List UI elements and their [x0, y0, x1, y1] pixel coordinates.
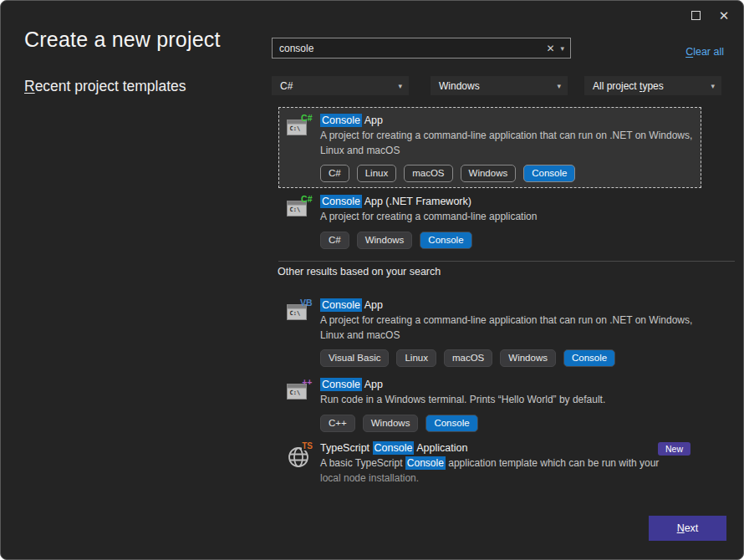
chevron-down-icon: ▾	[711, 82, 715, 90]
template-description: A project for creating a command-line ap…	[320, 313, 694, 343]
tag-row: Visual BasicLinuxmacOSWindowsConsole	[320, 349, 694, 367]
project-type-filter[interactable]: All project types▾	[584, 76, 721, 95]
tag-pill: C#	[320, 232, 349, 249]
search-term-highlight: Console	[320, 378, 362, 391]
svg-text:VB: VB	[300, 298, 313, 308]
search-term-highlight: Console	[320, 298, 362, 312]
tag-row: C++WindowsConsole	[320, 415, 694, 432]
search-history-caret-icon[interactable]: ▾	[558, 44, 570, 53]
template-title: Console App	[320, 114, 694, 127]
tag-pill: Visual Basic	[320, 349, 389, 367]
svg-text:C:\: C:\	[290, 389, 301, 396]
console-window-icon: C:\VB	[286, 298, 313, 367]
svg-text:C:\: C:\	[290, 125, 301, 132]
tag-pill: C++	[320, 415, 355, 432]
tag-pill: Windows	[500, 349, 556, 367]
new-badge: New	[658, 442, 690, 456]
template-title: Console App	[320, 378, 694, 391]
svg-text:C:\: C:\	[290, 310, 301, 317]
close-icon: ✕	[719, 9, 730, 22]
clear-all-link[interactable]: Clear all	[652, 46, 724, 58]
tag-pill: macOS	[444, 349, 492, 367]
search-input[interactable]	[273, 38, 542, 58]
search-term-highlight: Console	[320, 114, 362, 127]
tag-pill: Console	[426, 415, 477, 432]
template-console-app-vb[interactable]: C:\VBConsole AppA project for creating a…	[278, 292, 701, 373]
search-term-highlight: Console	[373, 441, 415, 455]
other-results-label: Other results based on your search	[278, 266, 441, 277]
tag-row: C#LinuxmacOSWindowsConsole	[320, 165, 694, 182]
svg-text:TS: TS	[302, 441, 313, 451]
tag-row: C#WindowsConsole	[320, 232, 694, 249]
template-description: Run code in a Windows terminal. Prints “…	[320, 393, 694, 408]
language-filter-label: C#	[280, 80, 398, 92]
template-description: A project for creating a command-line ap…	[320, 210, 694, 225]
results-separator	[278, 261, 735, 262]
tag-pill: Linux	[357, 165, 397, 182]
tag-pill: C#	[320, 165, 349, 182]
tag-pill: Windows	[461, 165, 517, 182]
create-new-project-dialog: ✕ Create a new project Recent project te…	[0, 0, 744, 560]
project-type-filter-label: All project types	[593, 80, 711, 92]
chevron-down-icon: ▾	[557, 82, 561, 90]
svg-text:C#: C#	[301, 195, 313, 204]
template-console-app-cpp[interactable]: C:\++Console AppRun code in a Windows te…	[278, 371, 701, 438]
console-window-icon: C:\C#	[286, 194, 313, 249]
tag-pill: macOS	[404, 165, 452, 182]
recent-templates-heading: Recent project templates	[24, 78, 186, 95]
template-description: A project for creating a command-line ap…	[320, 129, 694, 158]
clear-search-icon[interactable]: ✕	[542, 43, 558, 54]
language-filter[interactable]: C#▾	[272, 76, 409, 95]
svg-text:C:\: C:\	[290, 206, 301, 213]
template-title: Console App (.NET Framework)	[320, 195, 694, 208]
template-title: Console App	[320, 298, 694, 312]
search-term-highlight: Console	[320, 195, 362, 208]
maximize-button[interactable]	[681, 4, 710, 26]
platform-filter-label: Windows	[439, 80, 557, 92]
template-console-app-net-framework[interactable]: C:\C#Console App (.NET Framework)A proje…	[278, 188, 701, 255]
template-typescript-console-application[interactable]: TSTypeScript Console ApplicationA basic …	[278, 435, 701, 491]
platform-filter[interactable]: Windows▾	[431, 76, 568, 95]
close-button[interactable]: ✕	[710, 4, 738, 26]
tag-pill: Console	[563, 349, 615, 367]
template-console-app-csharp[interactable]: C:\C#Console AppA project for creating a…	[278, 107, 701, 188]
tag-pill: Windows	[363, 415, 419, 432]
tag-pill: Windows	[357, 232, 413, 249]
template-title: TypeScript Console Application	[320, 441, 694, 455]
svg-text:C#: C#	[301, 114, 313, 123]
svg-text:++: ++	[302, 378, 312, 387]
tag-pill: Console	[420, 232, 471, 249]
page-title: Create a new project	[24, 28, 221, 52]
search-box: ✕ ▾	[272, 38, 571, 59]
tag-pill: Linux	[396, 349, 436, 367]
console-window-icon: C:\C#	[286, 113, 313, 182]
maximize-icon	[691, 11, 701, 20]
titlebar-controls: ✕	[681, 4, 738, 26]
globe-icon: TS	[286, 440, 313, 486]
tag-pill: Console	[523, 165, 575, 182]
search-term-highlight: Console	[405, 456, 446, 470]
next-button[interactable]: Next	[649, 516, 726, 541]
chevron-down-icon: ▾	[398, 82, 402, 90]
template-description: A basic TypeScript Console application t…	[320, 456, 694, 486]
console-window-icon: C:\++	[286, 377, 313, 432]
